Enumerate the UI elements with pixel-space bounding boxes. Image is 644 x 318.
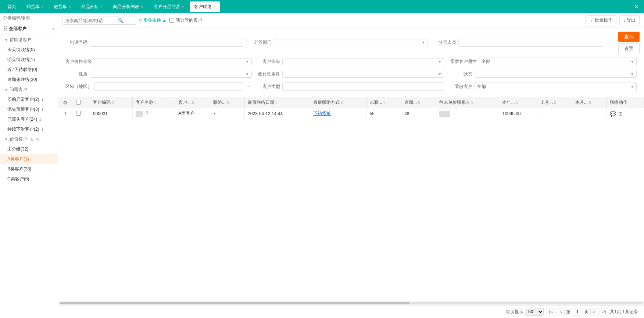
cell-name: ? xyxy=(133,108,175,119)
sort-contact-icon: ⇅ xyxy=(226,101,229,105)
manager-input[interactable] xyxy=(458,39,603,47)
retail-attr-select[interactable]: 全部 ▼ xyxy=(479,57,637,66)
horizontal-scrollbar[interactable] xyxy=(58,301,644,305)
sidebar-item-tomorrow[interactable]: 明天待联络(1) xyxy=(0,55,58,65)
cell-last-contact-method[interactable]: 下销货单 xyxy=(310,108,366,119)
payment-select[interactable]: ▼ xyxy=(282,71,444,78)
sidebar-item-7days[interactable]: 近7天待联络(0) xyxy=(0,65,58,75)
sidebar-search-input[interactable] xyxy=(3,15,58,21)
tab-home[interactable]: 首页 xyxy=(3,1,21,12)
close-goods-analysis-list-tab[interactable]: × xyxy=(141,4,143,9)
tab-sales[interactable]: 销货单 × xyxy=(22,1,48,12)
more-filters-btn[interactable]: ▽ 更多条件 ▲ xyxy=(139,17,167,24)
dept-arrow-icon: ▼ xyxy=(422,40,425,45)
region-input[interactable] xyxy=(94,82,243,91)
sidebar-item-lost-risk[interactable]: 流失预警客户(3) ℹ xyxy=(0,105,58,114)
query-button[interactable]: 查询 xyxy=(618,32,640,42)
search-box: 🔍 xyxy=(62,17,136,25)
sidebar-item-c-class[interactable]: C类客户(6) xyxy=(0,174,58,184)
tab-purchase[interactable]: 进货单 × xyxy=(49,1,75,12)
page-size-label: 每页显示 xyxy=(506,309,523,315)
th-code[interactable]: 客户编码 ⇅ xyxy=(90,97,132,108)
close-sales-tab[interactable]: × xyxy=(41,4,43,9)
filter-cell-cust-type: 客户类型 xyxy=(255,81,448,92)
th-this-year[interactable]: 本年... ⇅ xyxy=(499,97,537,108)
sidebar-group-value[interactable]: ▼ 价值客户 ↻ ✎ xyxy=(0,134,58,144)
scrollbar-thumb[interactable] xyxy=(60,302,409,304)
th-not-contacted[interactable]: 未联... ⇅ xyxy=(366,97,401,108)
sidebar-item-a-class[interactable]: A类客户(1) xyxy=(0,154,58,164)
phone-input[interactable] xyxy=(90,39,243,47)
grid-icon-action[interactable]: ⊞ xyxy=(618,111,623,117)
close-customer-segment-tab[interactable]: × xyxy=(182,4,184,9)
sort-category-icon: ⇅ xyxy=(192,101,194,105)
th-contact[interactable]: 联络... ⇅ xyxy=(210,97,244,108)
tab-customer-segment[interactable]: 客户分层经营 × xyxy=(149,1,188,12)
last-contact-method-link[interactable]: 下销货单 xyxy=(313,111,331,116)
table-settings-icon[interactable]: ⚙ xyxy=(63,100,68,106)
close-customer-contact-tab[interactable]: × xyxy=(213,4,215,9)
first-page-button[interactable]: |< xyxy=(547,308,555,315)
prev-page-button[interactable]: < xyxy=(557,308,565,315)
close-purchase-tab[interactable]: × xyxy=(68,4,71,9)
page-size-select[interactable]: 50 100 200 xyxy=(525,308,544,316)
th-last-contact-method[interactable]: 最后联络方式 ⇅ xyxy=(310,97,366,108)
tab-goods-analysis-list[interactable]: 商品分析列表 × xyxy=(108,1,147,12)
manager-dots-btn[interactable]: ··· xyxy=(605,40,612,45)
sidebar-item-unclassified[interactable]: 未分组(32) xyxy=(0,144,58,154)
sidebar-group-pending[interactable]: ▼ 待联络客户 xyxy=(0,35,58,45)
sidebar-item-lost[interactable]: 已流失客户(24) ℹ xyxy=(0,114,58,124)
collapse-sidebar-icon[interactable]: « xyxy=(52,26,55,32)
tab-goods-analysis[interactable]: 商品分析 × xyxy=(77,1,107,12)
export-button[interactable]: ↓ 导出 xyxy=(619,15,640,25)
filter-cell-retail: 零散客户 全部 ▼ xyxy=(447,81,640,92)
chat-icon[interactable]: 💬 xyxy=(610,111,616,117)
th-category[interactable]: 客户... ⇅ xyxy=(175,97,210,108)
th-last-contact-date[interactable]: 最后联络日期 ⇅ xyxy=(245,97,310,108)
region-dots-btn[interactable]: ··· xyxy=(245,84,252,89)
total-info: 共1页 1条记录 xyxy=(610,309,638,315)
price-level-select[interactable]: ▼ xyxy=(94,58,252,65)
refresh-icon[interactable]: ↻ xyxy=(30,137,34,142)
cell-this-year: 10995.00 xyxy=(499,108,537,119)
th-last-month[interactable]: 上月... ⇅ xyxy=(537,97,572,108)
sidebar-item-overdue[interactable]: 逾期未联络(30) xyxy=(0,75,58,85)
dept-select[interactable]: ▼ xyxy=(274,39,427,46)
row-checkbox[interactable] xyxy=(76,111,81,116)
page-number-input[interactable] xyxy=(572,308,583,315)
company-contact-color-block xyxy=(439,111,450,117)
all-customers-section[interactable]: ⠿ 全部客户 « xyxy=(0,23,58,35)
tab-customer-contact[interactable]: 客户联络 × xyxy=(190,1,220,12)
sidebar-item-repurchase-abnormal[interactable]: 回购异常客户(2) ℹ xyxy=(0,95,58,105)
cell-checkbox[interactable] xyxy=(73,108,90,119)
th-checkbox[interactable] xyxy=(73,97,90,108)
close-goods-analysis-tab[interactable]: × xyxy=(100,4,103,9)
close-all-tabs-button[interactable]: × xyxy=(632,3,641,10)
th-this-month[interactable]: 本月... ⇅ xyxy=(572,97,607,108)
select-all-checkbox[interactable] xyxy=(76,100,81,105)
sidebar-item-keep-buying[interactable]: 持续下滑客户(2) ℹ xyxy=(0,124,58,134)
th-settings[interactable]: ⚙ xyxy=(58,97,73,108)
next-page-button[interactable]: > xyxy=(590,308,598,315)
cust-type-input[interactable] xyxy=(282,82,444,91)
th-overdue[interactable]: 逾期... ⇅ xyxy=(401,97,436,108)
status-select[interactable]: ▼ xyxy=(475,71,637,78)
my-customers-checkbox-input[interactable] xyxy=(169,18,174,23)
nature-select[interactable]: ▼ xyxy=(90,71,252,78)
batch-op-button[interactable]: ☑ 批量操作 xyxy=(586,15,616,25)
my-customers-checkbox[interactable]: 我分管的客户 xyxy=(169,17,202,24)
last-page-button[interactable]: >| xyxy=(600,308,608,315)
retail-select[interactable]: 全部 ▼ xyxy=(475,82,637,91)
cust-level-select[interactable]: ▼ xyxy=(282,58,444,65)
search-icon[interactable]: 🔍 xyxy=(118,18,124,23)
sidebar-item-b-class[interactable]: B类客户(33) xyxy=(0,164,58,174)
edit-icon[interactable]: ✎ xyxy=(36,137,40,142)
th-name[interactable]: 客户名称 ⇅ xyxy=(133,97,175,108)
filter-cell-status: 状态 ▼ xyxy=(447,69,640,79)
filter-cell-cust-level: 客户等级 ▼ xyxy=(255,56,448,67)
search-input[interactable] xyxy=(65,18,117,23)
settings-button[interactable]: 设置 xyxy=(618,43,640,54)
sidebar-group-problem[interactable]: ▼ 问题客户 xyxy=(0,85,58,95)
th-company-contact[interactable]: 往来单位联系人 ⇅ xyxy=(436,97,499,108)
sidebar-item-today[interactable]: 今天待联络(0) xyxy=(0,45,58,55)
